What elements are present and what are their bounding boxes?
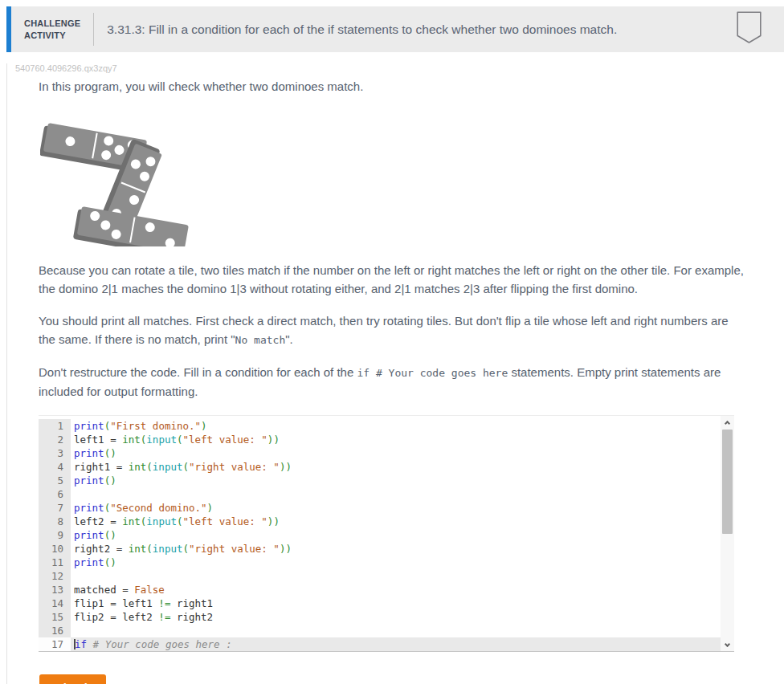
code-text: flip1 = left1 != right1 [71, 596, 721, 610]
line-number: 6 [39, 487, 71, 501]
code-line-1[interactable]: 1print("First domino.") [39, 419, 721, 433]
code-text: right1 = int(input("right value: ")) [71, 460, 721, 474]
line-number: 3 [39, 446, 71, 460]
line-number: 4 [39, 460, 71, 474]
header-divider [93, 13, 94, 46]
line-number: 15 [39, 610, 71, 624]
code-line-11[interactable]: 11print() [39, 556, 721, 569]
intro-paragraph: In this program, you will check whether … [39, 78, 748, 96]
line-number: 9 [39, 528, 71, 542]
line-number: 2 [39, 433, 71, 446]
scrollbar-thumb[interactable] [722, 430, 733, 534]
code-text: print() [71, 446, 721, 460]
code-text: print("Second domino.") [71, 501, 721, 515]
check-button[interactable]: Check [39, 674, 106, 684]
activity-content: 540760.4096296.qx3zqy7 In this program, … [6, 63, 784, 684]
code-line-5[interactable]: 5print() [39, 474, 721, 487]
paragraph-rotation-rules: Because you can rotate a tile, two tiles… [39, 261, 748, 298]
chevron-up-icon [725, 420, 730, 425]
line-number: 7 [39, 501, 71, 515]
code-line-2[interactable]: 2left1 = int(input("left value: ")) [39, 433, 721, 446]
code-line-14[interactable]: 14flip1 = left1 != right1 [39, 596, 721, 610]
code-line-7[interactable]: 7print("Second domino.") [39, 501, 721, 515]
code-text: left2 = int(input("left value: ")) [71, 515, 721, 528]
activity-header: CHALLENGE ACTIVITY 3.31.3: Fill in a con… [6, 6, 784, 52]
code-lines: 1print("First domino.")2left1 = int(inpu… [39, 416, 721, 651]
code-text: flip2 = left2 != right2 [71, 610, 721, 624]
badge-line-2: ACTIVITY [24, 30, 80, 42]
line-number: 5 [39, 474, 71, 487]
code-text [71, 569, 721, 583]
activity-id: 540760.4096296.qx3zqy7 [15, 63, 748, 73]
code-text: right2 = int(input("right value: ")) [71, 542, 721, 556]
activity-title: 3.31.3: Fill in a condition for each of … [107, 22, 727, 37]
code-text: print() [71, 556, 721, 569]
line-number: 17 [39, 637, 71, 651]
completion-shield-icon [737, 11, 762, 47]
code-line-15[interactable]: 15flip2 = left2 != right2 [39, 610, 721, 624]
scroll-up-button[interactable] [721, 416, 734, 428]
code-line-12[interactable]: 12 [39, 569, 721, 583]
line-number: 14 [39, 596, 71, 610]
badge-line-1: CHALLENGE [24, 18, 80, 30]
line-number: 1 [39, 419, 71, 433]
line-number: 8 [39, 515, 71, 528]
code-text: matched = False [71, 583, 721, 596]
paragraph-dont-restructure: Don't restructure the code. Fill in a co… [39, 363, 748, 401]
editor-scrollbar[interactable] [721, 416, 734, 651]
code-editor[interactable]: 1print("First domino.")2left1 = int(inpu… [39, 415, 734, 652]
code-line-13[interactable]: 13matched = False [39, 583, 721, 596]
code-line-10[interactable]: 10right2 = int(input("right value: ")) [39, 542, 721, 556]
paragraph-print-matches: You should print all matches. First chec… [39, 311, 748, 349]
challenge-activity-card: CHALLENGE ACTIVITY 3.31.3: Fill in a con… [6, 6, 784, 684]
code-text: print() [71, 528, 721, 542]
scrollbar-track[interactable] [722, 428, 733, 639]
code-text: if # Your code goes here : [71, 637, 721, 651]
line-number: 11 [39, 556, 71, 569]
chevron-down-icon [725, 641, 730, 646]
code-text: print() [71, 474, 721, 487]
code-text: print("First domino.") [71, 419, 721, 433]
line-number: 13 [39, 583, 71, 596]
code-line-4[interactable]: 4right1 = int(input("right value: ")) [39, 460, 721, 474]
scroll-down-button[interactable] [721, 639, 734, 651]
code-line-9[interactable]: 9print() [39, 528, 721, 542]
code-line-6[interactable]: 6 [39, 487, 721, 501]
code-text [71, 487, 721, 501]
code-text: left1 = int(input("left value: ")) [71, 433, 721, 446]
line-number: 10 [39, 542, 71, 556]
line-number: 16 [39, 624, 71, 637]
challenge-activity-badge: CHALLENGE ACTIVITY [24, 18, 80, 42]
domino-image [40, 112, 748, 250]
inline-code: No match [235, 334, 286, 346]
code-line-17[interactable]: 17if # Your code goes here : [39, 637, 721, 651]
code-text [71, 624, 721, 637]
line-number: 12 [39, 569, 71, 583]
inline-code: if # Your code goes here [357, 367, 508, 379]
code-line-3[interactable]: 3print() [39, 446, 721, 460]
code-line-8[interactable]: 8left2 = int(input("left value: ")) [39, 515, 721, 528]
code-line-16[interactable]: 16 [39, 624, 721, 637]
